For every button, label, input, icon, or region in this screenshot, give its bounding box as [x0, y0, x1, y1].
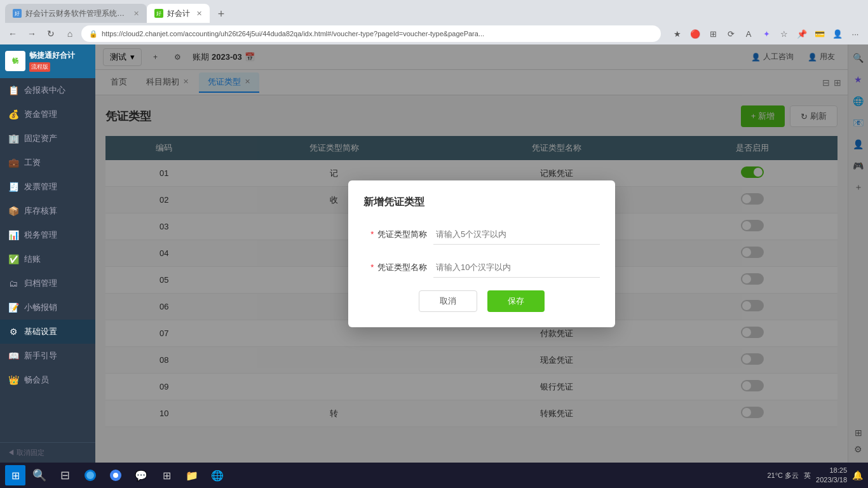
bookmark-icon[interactable]: ★: [670, 26, 685, 41]
taskbar-view[interactable]: ⊟: [53, 464, 76, 487]
taskbar-weather: 21°C 多云: [767, 471, 799, 480]
tab-favicon-1: 好: [13, 9, 22, 18]
time-display: 18:25 2023/3/18: [816, 466, 847, 485]
salary-icon: 💼: [8, 157, 19, 168]
sidebar-label-expense: 小畅报销: [24, 302, 57, 313]
invoice-icon: 🧾: [8, 181, 19, 193]
member-icon: 👑: [8, 374, 19, 386]
sidebar-item-member[interactable]: 👑 畅会员: [0, 368, 95, 392]
short-name-label: * 凭证类型简称: [363, 229, 427, 240]
sidebar-item-guide[interactable]: 📖 新手引导: [0, 344, 95, 368]
browser-tab-2[interactable]: 好 好会计 ✕: [147, 4, 210, 23]
logo-icon: 畅: [5, 51, 25, 71]
tab-close-1[interactable]: ✕: [133, 10, 139, 18]
pin-icon[interactable]: 📌: [794, 26, 810, 41]
cancel-button[interactable]: 取消: [419, 290, 477, 312]
modal-title: 新增凭证类型: [363, 196, 600, 209]
save-button[interactable]: 保存: [487, 290, 545, 312]
favorites-icon[interactable]: ☆: [776, 26, 792, 41]
tab-title-2: 好会计: [167, 8, 190, 19]
inventory-icon: 📦: [8, 205, 19, 217]
address-input[interactable]: 🔒 https://cloud2.chanjet.com/accounting/…: [81, 25, 661, 42]
taskbar-apps[interactable]: ⊞: [155, 464, 178, 487]
wallet-icon[interactable]: 💳: [812, 26, 827, 41]
notification-icon[interactable]: 🔔: [852, 470, 863, 480]
back-button[interactable]: ←: [5, 26, 20, 41]
sidebar-item-inventory[interactable]: 📦 库存核算: [0, 199, 95, 223]
taskbar-search[interactable]: 🔍: [28, 464, 51, 487]
taskbar: ⊞ 🔍 ⊟ 💬 ⊞ 📁 🌐 21°C 多云 英 18:25 2023/3/18 …: [0, 463, 868, 488]
sidebar-item-settings[interactable]: ⚙ 基础设置: [0, 320, 95, 344]
funds-icon: 💰: [8, 109, 19, 120]
sidebar-item-salary[interactable]: 💼 工资: [0, 151, 95, 175]
taskbar-input-method: 英: [804, 471, 811, 480]
profile-icon[interactable]: ⟳: [723, 26, 738, 41]
sidebar-item-assets[interactable]: 🏢 固定资产: [0, 126, 95, 151]
sidebar-label-guide: 新手引导: [24, 350, 57, 362]
sidebar-item-dashboard[interactable]: 📋 会报表中心: [0, 78, 95, 102]
sidebar-label-settlement: 结账: [24, 254, 41, 265]
sidebar-item-expense[interactable]: 📝 小畅报销: [0, 295, 95, 320]
tab-bar: 好 好会计云财务软件管理系统_会计 ✕ 好 好会计 ✕ +: [0, 0, 868, 23]
sidebar-label-inventory: 库存核算: [24, 205, 57, 217]
sidebar-label-funds: 资金管理: [24, 109, 57, 120]
archive-icon: 🗂: [8, 278, 19, 289]
settings-icon: ⚙: [8, 326, 19, 337]
sidebar-unpin[interactable]: ◀ 取消固定: [0, 442, 95, 463]
sidebar-item-archive[interactable]: 🗂 归档管理: [0, 271, 95, 295]
sidebar-label-invoice: 发票管理: [24, 181, 57, 193]
sidebar-item-tax[interactable]: 📊 税务管理: [0, 223, 95, 247]
tab-close-2[interactable]: ✕: [196, 10, 202, 18]
modal-overlay: 新增凭证类型 * 凭证类型简称 * 凭证类型名称 取消 保存: [95, 44, 868, 463]
taskbar-browser2[interactable]: 🌐: [206, 464, 229, 487]
full-name-label: * 凭证类型名称: [363, 262, 427, 273]
tab-favicon-2: 好: [154, 9, 163, 18]
address-text: https://cloud2.chanjet.com/accounting/uh…: [102, 30, 484, 37]
dashboard-icon: 📋: [8, 85, 19, 96]
date-display: 2023/3/18: [816, 475, 847, 485]
svg-point-2: [113, 473, 118, 478]
sidebar-item-settlement[interactable]: ✅ 结账: [0, 247, 95, 271]
modal-footer: 取消 保存: [363, 290, 600, 312]
new-voucher-modal: 新增凭证类型 * 凭证类型简称 * 凭证类型名称 取消 保存: [348, 180, 615, 327]
new-tab-button[interactable]: +: [212, 5, 230, 23]
menu-icon[interactable]: ···: [848, 26, 863, 41]
taskbar-right: 21°C 多云 英 18:25 2023/3/18 🔔: [767, 466, 863, 485]
lock-icon: 🔒: [89, 30, 98, 38]
start-button[interactable]: ⊞: [5, 465, 25, 485]
sidebar-logo: 畅 畅捷通好合计 流程版: [0, 44, 95, 78]
user-profile-icon[interactable]: 👤: [830, 26, 845, 41]
address-bar: ← → ↻ ⌂ 🔒 https://cloud2.chanjet.com/acc…: [0, 23, 868, 44]
taskbar-edge[interactable]: [79, 464, 102, 487]
copilot-icon[interactable]: ✦: [759, 26, 774, 41]
taskbar-wechat[interactable]: 💬: [130, 464, 153, 487]
taskbar-chrome[interactable]: [104, 464, 127, 487]
sidebar: 畅 畅捷通好合计 流程版 📋 会报表中心 💰 资金管理 🏢 固定资产 💼: [0, 44, 95, 463]
add-ext-icon[interactable]: ⊞: [705, 26, 721, 41]
assets-icon: 🏢: [8, 133, 19, 144]
settlement-icon: ✅: [8, 254, 19, 265]
full-name-row: * 凭证类型名称: [363, 257, 600, 278]
logo-text: 畅捷通好合计: [29, 51, 75, 61]
sidebar-label-settings: 基础设置: [24, 326, 57, 337]
sidebar-item-invoice[interactable]: 🧾 发票管理: [0, 175, 95, 199]
taskbar-files[interactable]: 📁: [180, 464, 203, 487]
refresh-button[interactable]: ↻: [43, 26, 58, 41]
sidebar-item-funds[interactable]: 💰 资金管理: [0, 102, 95, 126]
full-name-input[interactable]: [433, 257, 600, 278]
home-button[interactable]: ⌂: [62, 26, 78, 41]
short-name-input[interactable]: [433, 224, 600, 245]
clock: 18:25: [816, 466, 847, 475]
sidebar-label-archive: 归档管理: [24, 278, 57, 289]
forward-button[interactable]: →: [24, 26, 39, 41]
browser-tab-1[interactable]: 好 好会计云财务软件管理系统_会计 ✕: [5, 4, 147, 23]
extension-icon[interactable]: 🔴: [688, 26, 703, 41]
sidebar-label-dashboard: 会报表中心: [24, 85, 65, 96]
sidebar-label-assets: 固定资产: [24, 133, 57, 144]
browser-toolbar: ★ 🔴 ⊞ ⟳ A ✦ ☆ 📌 💳 👤 ···: [670, 26, 863, 41]
sidebar-label-salary: 工资: [24, 157, 41, 168]
required-star-1: *: [370, 229, 374, 239]
translate-icon[interactable]: A: [741, 26, 756, 41]
tab-title-1: 好会计云财务软件管理系统_会计: [25, 8, 127, 19]
guide-icon: 📖: [8, 350, 19, 362]
